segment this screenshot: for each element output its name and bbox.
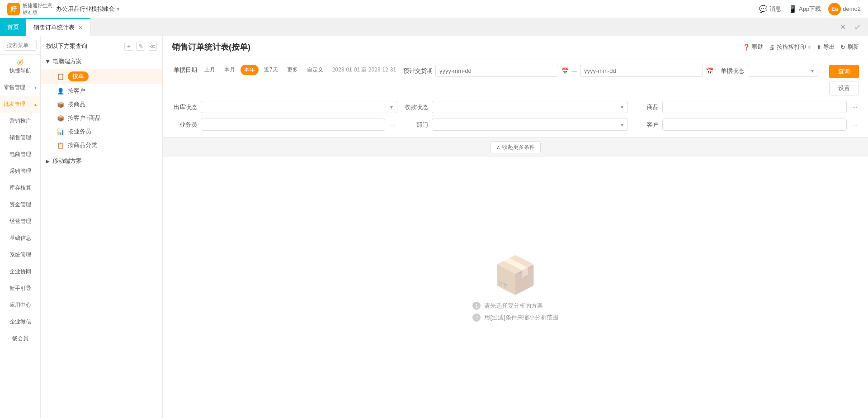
customer-more-icon[interactable]: ··· — [850, 121, 859, 128]
wholesale-arrow-icon: ▴ — [34, 102, 37, 107]
message-btn[interactable]: 💬 消息 — [759, 5, 781, 13]
logo-area: 好 畅捷通好生意 标准版 — [7, 2, 52, 15]
sidebar-item-wholesale[interactable]: 批发管理 ▴ — [0, 96, 40, 113]
search-input[interactable] — [4, 40, 37, 51]
scheme-by-order[interactable]: 📋 按单 — [41, 69, 162, 84]
main-layout: 🧭 快捷导航 零售管理 ▾ 批发管理 ▴ 营销推广 销售管理 电商管理 采购管理… — [0, 36, 868, 418]
app-download-btn[interactable]: 📱 App下载 — [788, 5, 821, 13]
window-maximize-btn[interactable]: ⤢ — [852, 22, 863, 33]
sidebar-item-operations[interactable]: 经营管理 — [0, 213, 40, 230]
collapse-btn[interactable]: ∧ 收起更多条件 — [491, 141, 541, 153]
calendar-from-icon[interactable]: 📅 — [561, 67, 569, 75]
calendar-to-icon[interactable]: 📅 — [706, 67, 713, 75]
sidebar: 🧭 快捷导航 零售管理 ▾ 批发管理 ▴ 营销推广 销售管理 电商管理 采购管理… — [0, 36, 41, 418]
tabsbar-actions: ✕ ⤢ — [837, 22, 868, 33]
department-select[interactable] — [432, 119, 628, 131]
export-btn[interactable]: ⬆ 导出 — [816, 43, 835, 51]
print-dropdown-icon[interactable]: ▾ — [808, 44, 811, 51]
logo-icon: 好 — [7, 3, 20, 15]
collapse-panel-btn[interactable]: ≪ — [148, 42, 157, 51]
settings-btn[interactable]: 设置 — [829, 81, 859, 95]
delivery-date-from[interactable] — [435, 65, 558, 77]
tree-parent-pc[interactable]: ▶ 电脑端方案 — [41, 54, 162, 69]
help-icon: ❓ — [743, 44, 750, 51]
collect-status-label: 收款状态 — [403, 103, 428, 111]
department-label: 部门 — [403, 121, 428, 129]
sidebar-item-system[interactable]: 系统管理 — [0, 247, 40, 263]
topbar-dropdown-icon[interactable]: ▾ — [117, 5, 120, 12]
scheme-by-salesperson[interactable]: 📊 按业务员 — [41, 125, 162, 138]
date-tab-custom[interactable]: 自定义 — [303, 65, 327, 75]
sidebar-item-inventory[interactable]: 库存核算 — [0, 180, 40, 196]
date-tab-more[interactable]: 更多 — [283, 65, 302, 75]
page-title: 销售订单统计表(按单) — [172, 42, 250, 52]
user-menu[interactable]: Ea demo2 — [828, 3, 861, 15]
order-icon: 📋 — [57, 73, 64, 80]
delivery-date-to[interactable] — [580, 65, 703, 77]
bill-status-label: 单据状态 — [719, 67, 744, 75]
date-range-text: 2023-01-01 至 2023-12-31 — [332, 66, 396, 74]
sidebar-item-corp[interactable]: 企业协同 — [0, 263, 40, 280]
salesperson-label: 业务员 — [172, 121, 197, 129]
page-header: 销售订单统计表(按单) ❓ 帮助 🖨 按模板打印 ▾ ⬆ 导出 — [163, 36, 868, 58]
empty-state: 📦 1 请先选择要分析的方案 2 用[过滤]条件来缩小分析范围 — [163, 157, 868, 418]
tab-sales-order[interactable]: 销售订单统计表 ✕ — [26, 18, 90, 36]
sidebar-item-marketing[interactable]: 营销推广 — [0, 113, 40, 129]
sidebar-item-enterprise-wechat[interactable]: 企业微信 — [0, 314, 40, 330]
scheme-by-customer-goods[interactable]: 📦 按客户+商品 — [41, 111, 162, 125]
sidebar-item-retail[interactable]: 零售管理 ▾ — [0, 79, 40, 96]
add-scheme-btn[interactable]: + — [124, 42, 133, 51]
help-btn[interactable]: ❓ 帮助 — [743, 43, 764, 51]
refresh-icon: ↻ — [840, 44, 845, 51]
collect-status-select[interactable] — [432, 101, 628, 113]
goods-input[interactable] — [662, 101, 847, 113]
scheme-by-goods-category[interactable]: 📋 按商品分类 — [41, 138, 162, 152]
scheme-by-goods[interactable]: 📦 按商品 — [41, 98, 162, 111]
left-panel: 按以下方案查询 + ✎ ≪ ▶ 电脑端方案 📋 按单 👤 按客 — [41, 36, 163, 418]
customer-goods-icon: 📦 — [57, 115, 64, 122]
scheme-by-customer[interactable]: 👤 按客户 — [41, 84, 162, 98]
goods-more-icon[interactable]: ··· — [850, 104, 859, 110]
tree-parent-mobile[interactable]: ▶ 移动端方案 — [41, 154, 162, 168]
edit-scheme-btn[interactable]: ✎ — [136, 42, 145, 51]
topbar-title[interactable]: 办公用品行业模拟账套 ▾ — [56, 5, 120, 13]
sidebar-item-sales[interactable]: 销售管理 — [0, 129, 40, 146]
sidebar-item-basic[interactable]: 基础信息 — [0, 230, 40, 247]
refresh-btn[interactable]: ↻ 刷新 — [840, 43, 859, 51]
sidebar-item-app-center[interactable]: 应用中心 — [0, 297, 40, 314]
bill-status-select[interactable] — [748, 65, 818, 77]
category-icon: 📋 — [57, 142, 64, 149]
logo-text: 畅捷通好生意 标准版 — [23, 2, 52, 15]
sidebar-item-finance[interactable]: 资金管理 — [0, 196, 40, 213]
ship-status-label: 出库状态 — [172, 103, 197, 111]
date-tab-this-month[interactable]: 本月 — [221, 65, 239, 75]
topbar: 好 畅捷通好生意 标准版 办公用品行业模拟账套 ▾ 💬 消息 📱 App下载 E… — [0, 0, 868, 18]
ship-status-select[interactable] — [201, 101, 397, 113]
tab-home[interactable]: 首页 — [0, 18, 26, 36]
date-tab-last-month[interactable]: 上月 — [201, 65, 219, 75]
date-tab-this-year[interactable]: 本年 — [241, 65, 259, 75]
goods-icon: 📦 — [57, 101, 64, 108]
sidebar-item-newbie[interactable]: 新手引导 — [0, 280, 40, 297]
customer-input[interactable] — [662, 119, 847, 131]
page-actions: ❓ 帮助 🖨 按模板打印 ▾ ⬆ 导出 ↻ 刷新 — [743, 43, 859, 51]
empty-tip-1: 1 请先选择要分析的方案 — [472, 302, 558, 310]
tabsbar: 首页 销售订单统计表 ✕ ✕ ⤢ — [0, 18, 868, 36]
left-panel-actions: + ✎ ≪ — [124, 42, 157, 51]
sidebar-search-row — [0, 36, 40, 55]
print-btn[interactable]: 🖨 按模板打印 ▾ — [769, 43, 811, 51]
sidebar-item-ecommerce[interactable]: 电商管理 — [0, 146, 40, 163]
sidebar-item-purchase[interactable]: 采购管理 — [0, 163, 40, 180]
sidebar-item-member[interactable]: 畅会员 — [0, 330, 40, 347]
date-tab-7days[interactable]: 近7天 — [260, 65, 282, 75]
topbar-left: 好 畅捷通好生意 标准版 办公用品行业模拟账套 ▾ — [7, 2, 120, 15]
date-tabs: 上月 本月 本年 近7天 更多 自定义 — [201, 65, 327, 75]
retail-arrow-icon: ▾ — [34, 85, 37, 90]
query-btn[interactable]: 查询 — [829, 65, 859, 78]
salesperson-more-icon[interactable]: ··· — [389, 121, 397, 128]
filter-area: 单据日期 上月 本月 本年 近7天 更多 自定义 2023-01-01 至 20… — [163, 58, 868, 138]
salesperson-input[interactable] — [201, 119, 385, 131]
window-close-btn[interactable]: ✕ — [837, 22, 848, 33]
sidebar-item-quick-nav[interactable]: 🧭 快捷导航 — [0, 55, 40, 79]
tab-close-icon[interactable]: ✕ — [78, 24, 83, 31]
